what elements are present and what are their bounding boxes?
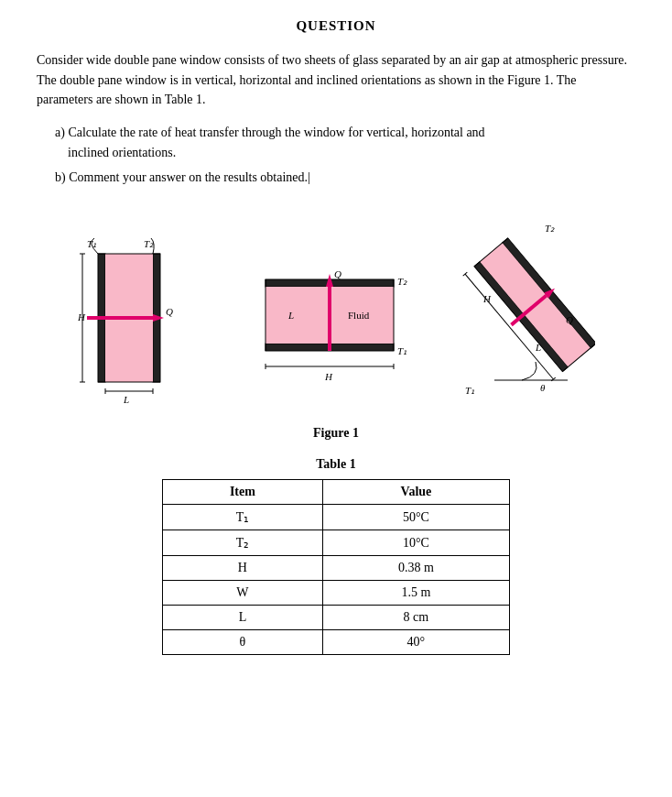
- table-cell: T₁: [163, 505, 323, 530]
- table-caption: Table 1: [37, 457, 635, 472]
- svg-text:L: L: [535, 342, 541, 353]
- table-cell: T₂: [163, 530, 323, 556]
- label-b: b): [55, 170, 69, 184]
- figure-vertical: T₁ T₂ Q H L: [78, 234, 211, 417]
- figure-inclined: T₂ T₁ Q H L θ: [449, 215, 595, 417]
- sub-question-b: b) Comment your answer on the results ob…: [55, 168, 635, 188]
- text-b: Comment your answer on the results obtai…: [69, 170, 310, 184]
- table-cell: 1.5 m: [322, 581, 509, 606]
- svg-text:θ: θ: [540, 382, 546, 393]
- table-cell: 50°C: [322, 505, 509, 530]
- sub-question-a: a) Calculate the rate of heat transfer t…: [55, 123, 635, 162]
- question-text: Consider wide double pane window consist…: [37, 50, 635, 110]
- table-cell: L: [163, 606, 323, 630]
- figure-caption: Figure 1: [37, 426, 635, 441]
- col-header-item: Item: [163, 480, 323, 505]
- text-a: Calculate the rate of heat transfer thro…: [55, 126, 485, 159]
- page-title: QUESTION: [37, 18, 635, 34]
- svg-text:H: H: [482, 293, 492, 304]
- svg-text:T₂: T₂: [397, 276, 407, 287]
- svg-text:T₁: T₁: [465, 385, 474, 396]
- table-row: H0.38 m: [163, 556, 510, 581]
- figures-container: T₁ T₂ Q H L: [37, 215, 635, 417]
- intro-paragraph: Consider wide double pane window consist…: [37, 50, 635, 110]
- table-row: L8 cm: [163, 606, 510, 630]
- svg-text:H: H: [324, 371, 333, 382]
- table-row: T₂10°C: [163, 530, 510, 556]
- col-header-value: Value: [322, 480, 509, 505]
- table-cell: 40°: [322, 630, 509, 655]
- table-cell: 8 cm: [322, 606, 509, 630]
- svg-text:Fluid: Fluid: [348, 310, 370, 321]
- svg-text:L: L: [287, 310, 294, 321]
- label-a: a): [55, 126, 68, 139]
- svg-text:Q: Q: [334, 268, 341, 279]
- figure-horizontal: Q T₂ T₁ L H Fluid: [238, 252, 421, 417]
- table-cell: H: [163, 556, 323, 581]
- table-cell: θ: [163, 630, 323, 655]
- table-row: W1.5 m: [163, 581, 510, 606]
- table-cell: 0.38 m: [322, 556, 509, 581]
- svg-text:T₁: T₁: [397, 345, 406, 356]
- table-row: T₁50°C: [163, 505, 510, 530]
- svg-text:T₂: T₂: [545, 223, 555, 234]
- svg-text:Q: Q: [166, 306, 173, 317]
- parameters-table: Item Value T₁50°CT₂10°CH0.38 mW1.5 mL8 c…: [162, 479, 510, 655]
- table-cell: W: [163, 581, 323, 606]
- svg-text:L: L: [123, 394, 129, 405]
- svg-text:H: H: [78, 311, 86, 322]
- svg-text:Q: Q: [566, 314, 573, 325]
- table-cell: 10°C: [322, 530, 509, 556]
- table-row: θ40°: [163, 630, 510, 655]
